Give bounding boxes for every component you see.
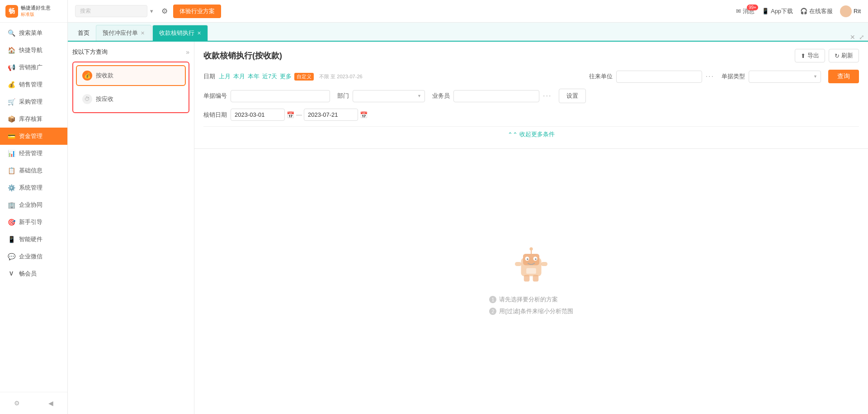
- sidebar-item-label-wechat: 企业微信: [19, 252, 42, 261]
- doc-no-field: 单据编号: [203, 90, 330, 102]
- export-icon: ⬆: [801, 52, 806, 59]
- query-btn[interactable]: 查询: [828, 70, 859, 83]
- settings-bottom-icon[interactable]: ⚙: [10, 396, 24, 410]
- department-select[interactable]: [353, 90, 425, 102]
- sidebar-nav: 🔍 搜索菜单 🏠 快捷导航 📢 营销推广 💰 销售管理 🛒 采购管理 📦 库存核…: [0, 23, 67, 392]
- hint-num-1: 1: [489, 296, 496, 303]
- tab-receipt-label: 收款核销执行: [159, 29, 194, 37]
- filter-collapse-icon[interactable]: »: [186, 48, 189, 56]
- sidebar-item-member[interactable]: V 畅会员: [0, 265, 67, 282]
- tab-receipt-offset[interactable]: 收款核销执行 ✕: [152, 25, 208, 41]
- hint-row-2: 2 用[过滤]条件来缩小分析范围: [489, 305, 573, 317]
- svg-point-4: [527, 258, 528, 260]
- shortcut-more[interactable]: 更多: [280, 72, 292, 81]
- counterpart-input[interactable]: [616, 71, 702, 83]
- tab-home[interactable]: 首页: [71, 25, 96, 41]
- sidebar-item-finance[interactable]: 💳 资金管理: [0, 128, 67, 145]
- topbar: 搜索 ▾ ⚙ 体验行业方案 ✉ 消息 99+ 📱 App下载 🎧 在线客服 R: [68, 0, 868, 23]
- svg-rect-8: [515, 262, 521, 266]
- tab-prepay-close-icon[interactable]: ✕: [141, 30, 145, 36]
- counterpart-dots-btn[interactable]: ···: [706, 72, 714, 81]
- salesperson-input[interactable]: [453, 90, 539, 102]
- topbar-dropdown-arrow[interactable]: ▾: [150, 8, 153, 14]
- form-row-1: 日期 上月 本月 本年 近7天 更多 自定义 不限 至 2023-07-26: [203, 70, 859, 83]
- topbar-gear-icon[interactable]: ⚙: [161, 7, 168, 15]
- shortcut-this-month[interactable]: 本月: [233, 72, 245, 81]
- topbar-search-box: 搜索: [75, 5, 147, 17]
- counterpart-field: 往来单位 ···: [589, 71, 714, 83]
- calendar-start-icon[interactable]: 📅: [287, 111, 294, 119]
- user-menu[interactable]: Rit: [840, 5, 861, 17]
- logo-subtitle: 标准版: [21, 11, 51, 18]
- sidebar-item-system[interactable]: ⚙️ 系统管理: [0, 179, 67, 196]
- filter-methods-container: 💰 按收款 ⏱ 按应收: [72, 62, 189, 113]
- sidebar-item-basic-info[interactable]: 📋 基础信息: [0, 162, 67, 179]
- offset-date-label: 核销日期: [203, 111, 227, 119]
- offset-date-end[interactable]: [304, 109, 358, 121]
- sidebar-item-label-finance: 资金管理: [19, 132, 42, 140]
- empty-robot-illustration: [511, 246, 552, 286]
- query-btn-wrap: 查询: [828, 70, 859, 83]
- sidebar-item-label-hardware: 智能硬件: [19, 235, 42, 243]
- salesperson-dots-btn[interactable]: ···: [543, 92, 552, 100]
- sidebar-item-marketing[interactable]: 📢 营销推广: [0, 59, 67, 76]
- receipt-method-icon: 💰: [82, 71, 92, 81]
- shortcut-last-month[interactable]: 上月: [219, 72, 231, 81]
- doc-no-input[interactable]: [231, 90, 330, 102]
- sidebar-item-operations[interactable]: 📊 经营管理: [0, 145, 67, 162]
- doc-type-select-wrapper: [749, 71, 821, 83]
- sidebar-item-guide[interactable]: 🎯 新手引导: [0, 214, 67, 231]
- export-btn[interactable]: ⬆ 导出: [795, 49, 825, 62]
- collapse-more-label: 收起更多条件: [519, 130, 555, 138]
- collapse-more-btn[interactable]: ⌃⌃ 收起更多条件: [203, 126, 859, 142]
- finance-icon: 💳: [7, 133, 15, 140]
- shortcut-7days[interactable]: 近7天: [262, 72, 277, 81]
- industry-btn[interactable]: 体验行业方案: [173, 5, 221, 18]
- doc-type-select[interactable]: [749, 71, 821, 83]
- online-service-btn[interactable]: 🎧 在线客服: [800, 7, 833, 15]
- svg-rect-9: [541, 262, 547, 266]
- chevron-up-icon: ⌃⌃: [508, 131, 518, 138]
- filter-method-by-receivable[interactable]: ⏱ 按应收: [76, 89, 186, 109]
- page-header: 收款核销执行(按收款) ⬆ 导出 ↻ 刷新: [194, 42, 868, 149]
- calendar-end-icon[interactable]: 📅: [360, 111, 368, 119]
- empty-state: 1 请先选择要分析的方案 2 用[过滤]条件来缩小分析范围: [194, 149, 868, 414]
- hint-row-1: 1 请先选择要分析的方案: [489, 294, 573, 305]
- shortcut-this-year[interactable]: 本年: [248, 72, 259, 81]
- sidebar-item-hardware[interactable]: 📱 智能硬件: [0, 231, 67, 248]
- date-range-hint: 不限 至 2023-07-26: [319, 73, 362, 80]
- offset-date-start[interactable]: [231, 109, 285, 121]
- operations-icon: 📊: [7, 150, 15, 157]
- expand-tab-icon[interactable]: ⤢: [859, 33, 864, 41]
- sidebar-item-enterprise[interactable]: 🏢 企业协同: [0, 196, 67, 214]
- department-field: 部门: [337, 90, 425, 102]
- sidebar-item-search-menu[interactable]: 🔍 搜索菜单: [0, 24, 67, 42]
- tab-prepay-offset[interactable]: 预付冲应付单 ✕: [96, 25, 151, 41]
- collapse-sidebar-icon[interactable]: ◀: [45, 396, 57, 410]
- svg-rect-11: [533, 275, 539, 281]
- search-form: 日期 上月 本月 本年 近7天 更多 自定义 不限 至 2023-07-26: [203, 70, 859, 148]
- hint-num-2: 2: [489, 308, 496, 315]
- logo-title: 畅捷通好生意: [21, 5, 51, 11]
- sidebar-item-wechat[interactable]: 💬 企业微信: [0, 248, 67, 265]
- tab-receipt-close-icon[interactable]: ✕: [197, 30, 201, 36]
- user-name: Rit: [854, 8, 861, 14]
- app-download-btn[interactable]: 📱 App下载: [762, 7, 793, 15]
- sidebar-item-quick-nav[interactable]: 🏠 快捷导航: [0, 42, 67, 59]
- close-tab-icon[interactable]: ✕: [850, 33, 855, 41]
- settings-btn[interactable]: 设置: [559, 89, 586, 103]
- refresh-label: 刷新: [841, 52, 853, 60]
- sidebar-bottom: ⚙ ◀: [0, 392, 67, 414]
- doc-type-label: 单据类型: [722, 72, 745, 81]
- receipt-method-label: 按收款: [96, 71, 113, 80]
- topbar-right: ✉ 消息 99+ 📱 App下载 🎧 在线客服 Rit: [736, 5, 861, 17]
- sidebar-item-inventory[interactable]: 📦 库存核算: [0, 110, 67, 128]
- custom-badge[interactable]: 自定义: [294, 73, 314, 81]
- form-row-3: 核销日期 📅 — 📅: [203, 109, 859, 121]
- member-icon: V: [7, 271, 15, 277]
- filter-method-by-receipt[interactable]: 💰 按收款: [76, 65, 186, 86]
- message-btn[interactable]: ✉ 消息 99+: [736, 7, 755, 15]
- sidebar-item-sales[interactable]: 💰 销售管理: [0, 76, 67, 93]
- sidebar-item-purchase[interactable]: 🛒 采购管理: [0, 93, 67, 110]
- refresh-btn[interactable]: ↻ 刷新: [829, 49, 859, 62]
